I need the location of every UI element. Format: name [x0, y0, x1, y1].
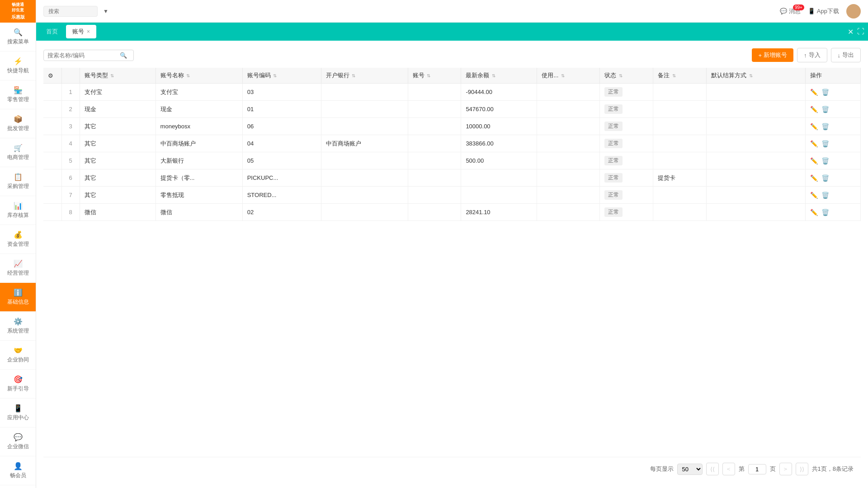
- row-account-code: 06: [242, 118, 321, 135]
- export-button[interactable]: ↓ 导出: [831, 48, 861, 62]
- sidebar-item-enterprise-wechat[interactable]: 💬 企业微信: [0, 427, 36, 456]
- edit-button[interactable]: ✏️: [810, 140, 818, 147]
- current-page-input[interactable]: [748, 464, 766, 474]
- system-mgmt-icon: ⚙️: [14, 317, 23, 326]
- row-account-type: 微信: [80, 204, 156, 221]
- sort-arrows-icon: ⇅: [273, 73, 277, 78]
- user-avatar[interactable]: [846, 4, 861, 19]
- row-checkbox-cell: [43, 152, 61, 169]
- delete-button[interactable]: 🗑️: [821, 192, 829, 199]
- delete-button[interactable]: 🗑️: [821, 89, 829, 96]
- logo-text: 畅捷通好生意: [12, 2, 24, 13]
- th-account-type[interactable]: 账号类型 ⇅: [80, 68, 156, 84]
- row-usage: [537, 84, 600, 101]
- row-checkbox-cell: [43, 204, 61, 221]
- export-icon: ↓: [838, 52, 841, 59]
- th-account-name[interactable]: 账号名称 ⇅: [156, 68, 242, 84]
- sidebar-item-purchase-mgmt[interactable]: 📋 采购管理: [0, 167, 36, 196]
- last-page-button[interactable]: ⟩⟩: [796, 463, 808, 475]
- row-account-no: [408, 135, 461, 152]
- edit-button[interactable]: ✏️: [810, 123, 818, 130]
- page-size-select[interactable]: 50 10 20 100: [677, 464, 703, 475]
- pagination: 每页显示 50 10 20 100 ⟨⟨ ＜ 第 页 ＞ ⟩⟩ 共1页，8条记录: [43, 457, 861, 481]
- edit-button[interactable]: ✏️: [810, 157, 818, 164]
- row-account-name: 微信: [156, 204, 242, 221]
- row-status: 正常: [600, 101, 653, 118]
- tab-home[interactable]: 首页: [40, 25, 64, 38]
- th-account-code[interactable]: 账号编码 ⇅: [242, 68, 321, 84]
- sidebar-item-newbie-guide[interactable]: 🎯 新手引导: [0, 370, 36, 399]
- main-content: ▼ 💬 消息 99+ 📱 App下载 首页 账号 × ✕ ⛶: [36, 0, 868, 488]
- delete-button[interactable]: 🗑️: [821, 106, 829, 113]
- sidebar-item-member[interactable]: 👤 畅会员: [0, 456, 36, 485]
- th-opening-bank[interactable]: 开户银行 ⇅: [321, 68, 408, 84]
- search-box[interactable]: 🔍: [43, 50, 134, 61]
- edit-button[interactable]: ✏️: [810, 174, 818, 182]
- sidebar-item-enterprise-agreement[interactable]: 🤝 企业协同: [0, 341, 36, 370]
- settings-icon[interactable]: ⚙: [48, 72, 53, 79]
- th-account-no[interactable]: 账号 ⇅: [408, 68, 461, 84]
- close-tab-action-icon[interactable]: ✕: [848, 28, 854, 36]
- row-status: 正常: [600, 135, 653, 152]
- add-account-button[interactable]: + 新增账号: [752, 48, 793, 62]
- sidebar-item-retail-mgmt[interactable]: 🏪 零售管理: [0, 80, 36, 109]
- sidebar-item-capital-mgmt[interactable]: 💰 资金管理: [0, 225, 36, 254]
- th-usage[interactable]: 使用... ⇅: [537, 68, 600, 84]
- export-label: 导出: [842, 51, 854, 59]
- delete-button[interactable]: 🗑️: [821, 174, 829, 182]
- sidebar-item-system-mgmt[interactable]: ⚙️ 系统管理: [0, 312, 36, 341]
- enterprise-wechat-icon: 💬: [14, 433, 23, 441]
- th-default-settlement[interactable]: 默认结算方式 ⇅: [707, 68, 806, 84]
- next-page-button[interactable]: ＞: [779, 463, 792, 475]
- th-notes[interactable]: 备注 ⇅: [653, 68, 707, 84]
- sidebar-item-basic-info[interactable]: ℹ️ 基础信息: [0, 283, 36, 312]
- delete-button[interactable]: 🗑️: [821, 123, 829, 130]
- edit-button[interactable]: ✏️: [810, 89, 818, 96]
- th-status[interactable]: 状态 ⇅: [600, 68, 653, 84]
- topbar-dropdown[interactable]: ▼: [103, 8, 108, 14]
- edit-button[interactable]: ✏️: [810, 209, 818, 216]
- row-account-code: 03: [242, 84, 321, 101]
- row-notes: 提货卡: [653, 169, 707, 187]
- row-account-type: 其它: [80, 118, 156, 135]
- sidebar-item-app-center[interactable]: 📱 应用中心: [0, 399, 36, 427]
- sidebar-item-search-menu[interactable]: 🔍 搜索菜单: [0, 23, 36, 52]
- retail-mgmt-icon: 🏪: [14, 86, 23, 94]
- first-page-button[interactable]: ⟨⟨: [706, 463, 719, 475]
- row-operations: ✏️ 🗑️: [805, 118, 860, 135]
- row-status: 正常: [600, 84, 653, 101]
- sidebar-item-inventory-calc[interactable]: 📊 库存核算: [0, 196, 36, 225]
- row-notes: [653, 204, 707, 221]
- message-button[interactable]: 💬 消息 99+: [780, 7, 801, 15]
- row-account-no: [408, 118, 461, 135]
- tab-account-close[interactable]: ×: [87, 28, 90, 35]
- topbar-search-input[interactable]: [43, 6, 98, 17]
- sidebar-item-wholesale-mgmt[interactable]: 📦 批发管理: [0, 109, 36, 138]
- row-status: 正常: [600, 187, 653, 204]
- edit-button[interactable]: ✏️: [810, 106, 818, 113]
- message-badge: 99+: [793, 5, 804, 10]
- message-icon: 💬: [780, 8, 787, 14]
- th-latest-balance[interactable]: 最新余额 ⇅: [461, 68, 537, 84]
- row-account-name: 大新银行: [156, 152, 242, 169]
- tab-account[interactable]: 账号 ×: [66, 25, 96, 38]
- delete-button[interactable]: 🗑️: [821, 157, 829, 164]
- row-checkbox-cell: [43, 169, 61, 187]
- sidebar-item-ecommerce-mgmt[interactable]: 🛒 电商管理: [0, 138, 36, 167]
- delete-button[interactable]: 🗑️: [821, 209, 829, 216]
- sidebar-item-quick-nav[interactable]: ⚡ 快捷导航: [0, 52, 36, 80]
- th-settings[interactable]: ⚙: [43, 68, 61, 84]
- row-opening-bank: [321, 152, 408, 169]
- row-usage: [537, 204, 600, 221]
- search-icon[interactable]: 🔍: [120, 52, 127, 59]
- prev-page-button[interactable]: ＜: [722, 463, 735, 475]
- delete-button[interactable]: 🗑️: [821, 140, 829, 147]
- sidebar-item-operation-mgmt[interactable]: 📈 经营管理: [0, 254, 36, 283]
- search-input[interactable]: [47, 52, 120, 59]
- tabs-bar: 首页 账号 × ✕ ⛶: [36, 23, 868, 41]
- maximize-tab-action-icon[interactable]: ⛶: [857, 28, 864, 36]
- edit-button[interactable]: ✏️: [810, 192, 818, 199]
- app-download-button[interactable]: 📱 App下载: [808, 7, 839, 15]
- tab-actions: ✕ ⛶: [848, 28, 864, 36]
- import-button[interactable]: ↑ 导入: [797, 48, 827, 62]
